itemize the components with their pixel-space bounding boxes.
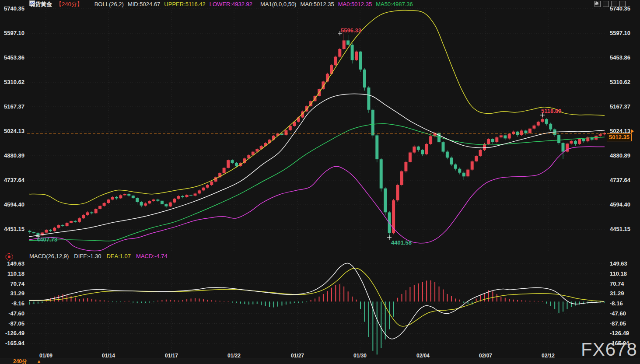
macd-axis-label-left: 70.74 <box>2 280 24 287</box>
panel-export-icon[interactable] <box>619 1 626 7</box>
price-marker-icon <box>631 129 634 133</box>
ma0-white-value: MA0:5012.35 <box>300 0 334 8</box>
price-axis-label-left: 4594.40 <box>2 201 24 208</box>
price-axis-label-right: 5453.86 <box>610 54 630 61</box>
boll-mid-line <box>29 94 605 236</box>
ma50-line <box>29 124 605 241</box>
chart-application: 现货黄金【240分】BOLL(26,2)MID:5024.67UPPER:511… <box>0 0 640 364</box>
panel-compare-icon[interactable] <box>611 1 617 7</box>
low-annotation: 4401.58 <box>391 239 412 246</box>
boll-upper-value: UPPER:5116.42 <box>164 0 205 8</box>
price-axis-label-right: 4880.89 <box>610 152 630 159</box>
boll-mid-value: MID:5024.67 <box>128 0 160 8</box>
macd-axis-label-right: -126.49 <box>610 330 629 336</box>
extreme-cross-marks <box>36 31 545 240</box>
price-axis-label-right: 5597.10 <box>610 30 630 36</box>
macd-axis-label-left: -8.16 <box>2 300 24 307</box>
macd-axis-label-right: -87.05 <box>610 320 626 327</box>
macd-macd-value: MACD:-4.74 <box>136 253 168 260</box>
price-axis-label-left: 5167.37 <box>2 103 24 110</box>
status-bar: 240分 ▲ <box>0 358 640 364</box>
timeframe-label: 【240分】 <box>56 0 83 8</box>
boll-lower-value: LOWER:4932.92 <box>210 0 252 8</box>
macd-histogram <box>30 280 605 355</box>
boll-lower-line <box>29 147 605 251</box>
macd-params-label: MACD(26,12,9) <box>29 253 69 260</box>
watermark: FX678 <box>581 339 637 360</box>
macd-panel <box>29 263 605 355</box>
macd-axis-label-right: 110.18 <box>610 270 627 277</box>
price-axis-label-left: 5740.35 <box>2 5 24 12</box>
boll-label: BOLL(26,2) <box>94 0 124 8</box>
high-annotation: 5596.33 <box>341 27 361 34</box>
price-axis-label-right: 4451.15 <box>610 226 630 232</box>
ma1-label: MA1(0,0,0,50) <box>260 0 296 8</box>
macd-axis-label-left: -126.49 <box>2 330 24 336</box>
price-axis-label-left: 5453.86 <box>2 54 24 61</box>
price-axis-label-left: 4451.15 <box>2 226 24 232</box>
price-axis-label-right: 4594.40 <box>610 201 630 208</box>
timeframe-selector[interactable]: 240分 <box>13 358 27 364</box>
macd-axis-label-left: -47.60 <box>2 310 24 317</box>
price-panel <box>27 10 606 251</box>
price-axis-label-left: 4880.89 <box>2 152 24 159</box>
chart-canvas[interactable] <box>0 0 640 364</box>
price-axis-label-right: 5310.62 <box>610 79 630 85</box>
price-axis-label-left: 4737.64 <box>2 177 24 183</box>
ma0-magenta-value: MA0:5012.35 <box>338 0 372 8</box>
macd-legend-bar: MACD(26,12,9)DIFF:-1.30DEA:1.07MACD:-4.7… <box>29 253 168 260</box>
macd-dea-line <box>29 268 604 326</box>
price-axis-label-right: 4737.64 <box>610 177 630 183</box>
macd-axis-label-left: 149.63 <box>2 260 24 267</box>
macd-axis-label-right: 149.63 <box>610 260 627 267</box>
macd-axis-label-right: -8.16 <box>610 300 623 307</box>
macd-axis-label-right: 70.74 <box>610 280 624 287</box>
macd-axis-label-right: -47.60 <box>610 310 626 317</box>
boll-upper-line <box>29 10 605 204</box>
chart-toolbar <box>595 1 626 7</box>
macd-axis-label-left: -165.94 <box>2 340 24 346</box>
price-axis-label-left: 5024.13 <box>2 128 24 134</box>
macd-diff-value: DIFF:-1.30 <box>74 253 101 260</box>
current-price-tag: 5012.35 <box>607 133 632 141</box>
candlesticks <box>28 33 606 238</box>
price-axis-label-left: 5597.10 <box>2 30 24 36</box>
timeframe-expand-icon[interactable]: ▲ <box>37 358 41 364</box>
macd-axis-label-right: 31.29 <box>610 290 624 297</box>
low-annotation-left: 4407.73 <box>37 236 57 243</box>
panel-layout-icon[interactable] <box>603 1 609 7</box>
macd-axis-label-left: -87.05 <box>2 320 24 327</box>
right-high-annotation: 5118.80 <box>541 108 561 114</box>
macd-axis-label-left: 31.29 <box>2 290 24 297</box>
price-axis-label-right: 5167.37 <box>610 103 630 110</box>
macd-axis-label-left: 110.18 <box>2 270 24 277</box>
ma50-value: MA50:4987.36 <box>376 0 413 8</box>
indicator-legend-bar: 现货黄金【240分】BOLL(26,2)MID:5024.67UPPER:511… <box>29 0 413 8</box>
price-axis-label-left: 5310.62 <box>2 79 24 85</box>
panel-marker-icon <box>5 253 13 261</box>
macd-dea-value: DEA:1.07 <box>106 253 131 260</box>
